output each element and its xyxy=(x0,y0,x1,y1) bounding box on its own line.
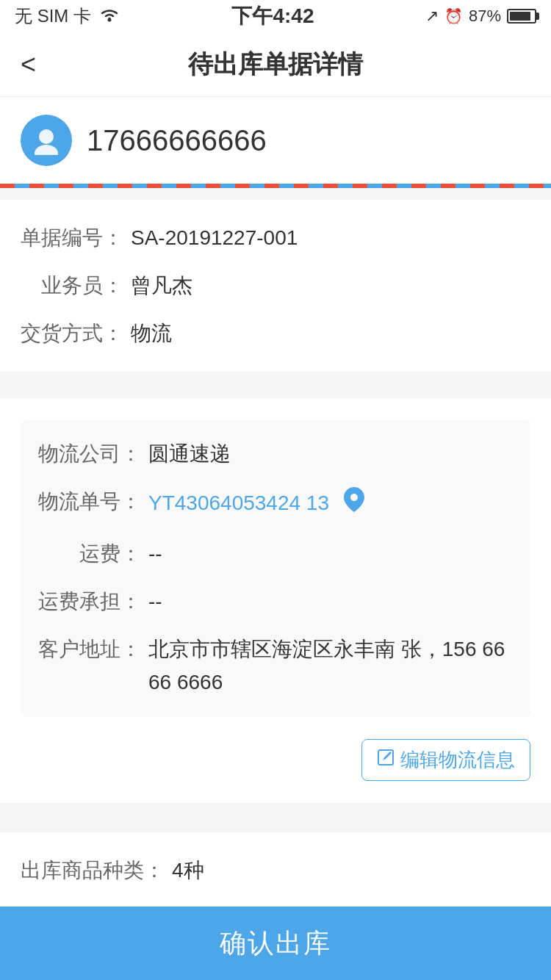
page-title: 待出库单据详情 xyxy=(188,48,363,82)
status-right: ↗ ⏰ 87% xyxy=(425,7,536,26)
address-label: 客户地址： xyxy=(38,633,141,666)
logistics-company-value: 圆通速递 xyxy=(148,438,513,471)
edit-btn-container: 编辑物流信息 xyxy=(21,732,530,781)
alarm-icon: ⏰ xyxy=(444,7,463,25)
doc-number-label: 单据编号： xyxy=(21,222,123,255)
delivery-method-label: 交货方式： xyxy=(21,317,123,350)
carrier-label: 无 SIM 卡 xyxy=(15,4,91,28)
edit-icon xyxy=(377,749,395,771)
svg-point-1 xyxy=(39,129,54,144)
doc-number-row: 单据编号： SA-20191227-001 xyxy=(21,222,530,255)
battery-icon xyxy=(507,9,536,24)
freight-value: -- xyxy=(148,538,513,571)
nav-bar: < 待出库单据详情 xyxy=(0,32,551,97)
tracking-row: 物流单号： YT43064053424 13 xyxy=(38,486,513,523)
status-left: 无 SIM 卡 xyxy=(15,4,120,28)
delivery-method-row: 交货方式： 物流 xyxy=(21,317,530,350)
tracking-value: YT43064053424 13 xyxy=(148,486,513,523)
address-value: 北京市市辖区海淀区永丰南 张，156 6666 6666 xyxy=(148,633,513,699)
doc-number-value: SA-20191227-001 xyxy=(131,222,530,255)
user-phone: 17666666666 xyxy=(87,124,267,157)
types-row: 出库商品种类： 4种 xyxy=(21,854,530,887)
location-status-icon: ↗ xyxy=(425,7,439,26)
wifi-icon xyxy=(98,6,120,26)
svg-point-2 xyxy=(35,145,58,155)
order-info-section: 单据编号： SA-20191227-001 业务员： 曾凡杰 交货方式： 物流 xyxy=(0,200,551,372)
freight-label: 运费： xyxy=(38,538,141,571)
logistics-card: 物流公司： 圆通速递 物流单号： YT43064053424 13 xyxy=(21,420,530,716)
freight-row: 运费： -- xyxy=(38,538,513,571)
logistics-company-row: 物流公司： 圆通速递 xyxy=(38,438,513,471)
user-header: 17666666666 xyxy=(0,97,551,184)
salesperson-label: 业务员： xyxy=(21,270,123,303)
freight-bearer-label: 运费承担： xyxy=(38,586,141,619)
map-pin-icon[interactable] xyxy=(344,486,364,523)
freight-bearer-row: 运费承担： -- xyxy=(38,586,513,619)
status-time: 下午4:42 xyxy=(231,2,314,30)
confirm-outbound-button[interactable]: 确认出库 xyxy=(0,907,551,980)
back-button[interactable]: < xyxy=(21,49,36,80)
delivery-method-value: 物流 xyxy=(131,317,530,350)
avatar xyxy=(21,115,72,166)
address-row: 客户地址： 北京市市辖区海淀区永丰南 张，156 6666 6666 xyxy=(38,633,513,699)
logistics-section: 物流公司： 圆通速递 物流单号： YT43064053424 13 xyxy=(0,398,551,802)
edit-btn-label: 编辑物流信息 xyxy=(400,747,515,773)
types-value: 4种 xyxy=(172,854,530,887)
edit-logistics-button[interactable]: 编辑物流信息 xyxy=(361,739,530,781)
battery-percent: 87% xyxy=(469,7,501,26)
types-label: 出库商品种类： xyxy=(21,854,165,887)
freight-bearer-value: -- xyxy=(148,586,513,619)
tracking-label: 物流单号： xyxy=(38,486,141,519)
svg-point-0 xyxy=(108,18,112,22)
salesperson-row: 业务员： 曾凡杰 xyxy=(21,270,530,303)
logistics-company-label: 物流公司： xyxy=(38,438,141,471)
status-bar: 无 SIM 卡 下午4:42 ↗ ⏰ 87% xyxy=(0,0,551,32)
salesperson-value: 曾凡杰 xyxy=(131,270,530,303)
